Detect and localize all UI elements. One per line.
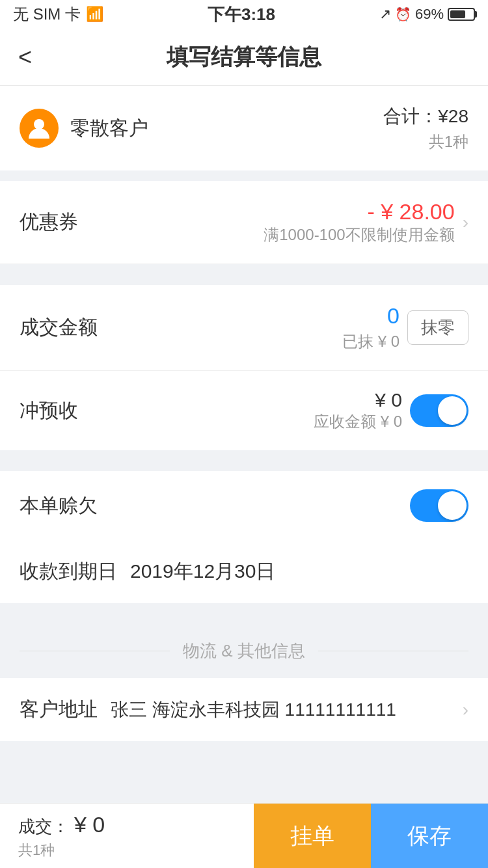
customer-name: 零散客户 bbox=[70, 115, 148, 142]
battery-percent: 69% bbox=[415, 6, 444, 23]
due-date-row[interactable]: 收款到期日 2019年12月30日 bbox=[0, 540, 488, 603]
prepay-value: ¥ 0 bbox=[314, 389, 402, 411]
status-bar: 无 SIM 卡 📶 下午3:18 ↗ ⏰ 69% bbox=[0, 0, 488, 29]
bottom-deal-value: ¥ 0 bbox=[74, 812, 105, 837]
address-value: 张三 海淀永丰科技园 11111111111 bbox=[111, 698, 463, 722]
customer-section: 零散客户 合计：¥28 共1种 bbox=[0, 86, 488, 170]
carrier-text: 无 SIM 卡 bbox=[13, 4, 81, 25]
bottom-deal-row: 成交： ¥ 0 bbox=[18, 812, 236, 838]
save-button[interactable]: 保存 bbox=[371, 804, 488, 868]
divider-1 bbox=[0, 275, 488, 285]
transaction-right: 0 已抹 ¥ 0 抹零 bbox=[342, 303, 468, 352]
customer-total-amount: 合计：¥28 bbox=[383, 104, 468, 129]
coupon-discount: - ¥ 28.00 bbox=[264, 199, 454, 224]
status-left: 无 SIM 卡 📶 bbox=[13, 4, 103, 25]
transaction-label: 成交金额 bbox=[20, 314, 98, 341]
coupon-section[interactable]: 优惠券 - ¥ 28.00 满1000-100不限制使用金额 › bbox=[0, 181, 488, 264]
bottom-deal-label: 成交： bbox=[18, 815, 69, 838]
address-row[interactable]: 客户地址 张三 海淀永丰科技园 11111111111 › bbox=[0, 678, 488, 741]
coupon-row[interactable]: 优惠券 - ¥ 28.00 满1000-100不限制使用金额 › bbox=[0, 181, 488, 264]
coupon-right: - ¥ 28.00 满1000-100不限制使用金额 › bbox=[264, 199, 468, 245]
customer-totals: 合计：¥28 共1种 bbox=[383, 104, 468, 152]
address-chevron-icon: › bbox=[463, 699, 468, 720]
customer-count: 共1种 bbox=[383, 131, 468, 152]
coupon-chevron-icon: › bbox=[463, 212, 468, 233]
transaction-value[interactable]: 0 bbox=[387, 303, 400, 328]
debt-toggle[interactable] bbox=[410, 489, 468, 522]
logistics-header: 物流 & 其他信息 bbox=[0, 624, 488, 678]
debt-row: 本单赊欠 bbox=[0, 471, 488, 540]
toggle-knob bbox=[438, 396, 467, 425]
status-right: ↗ ⏰ 69% bbox=[379, 6, 475, 23]
debt-toggle-knob bbox=[438, 491, 467, 520]
prepay-toggle[interactable] bbox=[410, 394, 468, 427]
page-title: 填写结算等信息 bbox=[167, 42, 321, 72]
due-date-value: 2019年12月30日 bbox=[130, 558, 275, 585]
prepay-right: ¥ 0 应收金额 ¥ 0 bbox=[314, 389, 468, 432]
back-button[interactable]: < bbox=[18, 44, 32, 71]
address-label: 客户地址 bbox=[20, 696, 98, 723]
alarm-icon: ⏰ bbox=[395, 7, 411, 22]
location-icon: ↗ bbox=[379, 6, 391, 23]
prepay-row: 冲预收 ¥ 0 应收金额 ¥ 0 bbox=[0, 371, 488, 450]
nav-bar: < 填写结算等信息 bbox=[0, 29, 488, 86]
round-button[interactable]: 抹零 bbox=[407, 310, 468, 345]
due-date-label: 收款到期日 bbox=[20, 558, 117, 585]
hold-button[interactable]: 挂单 bbox=[254, 804, 371, 868]
bottom-info: 成交： ¥ 0 共1种 bbox=[0, 804, 254, 868]
divider-2 bbox=[0, 461, 488, 471]
customer-info: 零散客户 bbox=[20, 109, 148, 148]
address-section: 客户地址 张三 海淀永丰科技园 11111111111 › bbox=[0, 678, 488, 741]
customer-avatar bbox=[20, 109, 59, 148]
bottom-count: 共1种 bbox=[18, 841, 236, 860]
debt-right bbox=[410, 489, 468, 522]
transaction-sub: 已抹 ¥ 0 bbox=[342, 331, 400, 352]
prepay-sub: 应收金额 ¥ 0 bbox=[314, 411, 402, 432]
logistics-title: 物流 & 其他信息 bbox=[183, 640, 305, 662]
content-area: 零散客户 合计：¥28 共1种 优惠券 - ¥ 28.00 满1000-100不… bbox=[0, 86, 488, 830]
debt-section: 本单赊欠 收款到期日 2019年12月30日 bbox=[0, 471, 488, 603]
battery-icon bbox=[448, 8, 475, 21]
status-time: 下午3:18 bbox=[208, 3, 275, 26]
debt-label: 本单赊欠 bbox=[20, 493, 98, 519]
transaction-row: 成交金额 0 已抹 ¥ 0 抹零 bbox=[0, 285, 488, 371]
transaction-section: 成交金额 0 已抹 ¥ 0 抹零 冲预收 ¥ 0 应收金额 ¥ 0 bbox=[0, 285, 488, 450]
coupon-label: 优惠券 bbox=[20, 209, 78, 236]
coupon-description: 满1000-100不限制使用金额 bbox=[264, 224, 454, 245]
bottom-bar: 成交： ¥ 0 共1种 挂单 保存 bbox=[0, 803, 488, 868]
divider-3 bbox=[0, 614, 488, 624]
prepay-label: 冲预收 bbox=[20, 398, 78, 424]
wifi-icon: 📶 bbox=[86, 6, 103, 23]
svg-point-0 bbox=[34, 119, 44, 129]
